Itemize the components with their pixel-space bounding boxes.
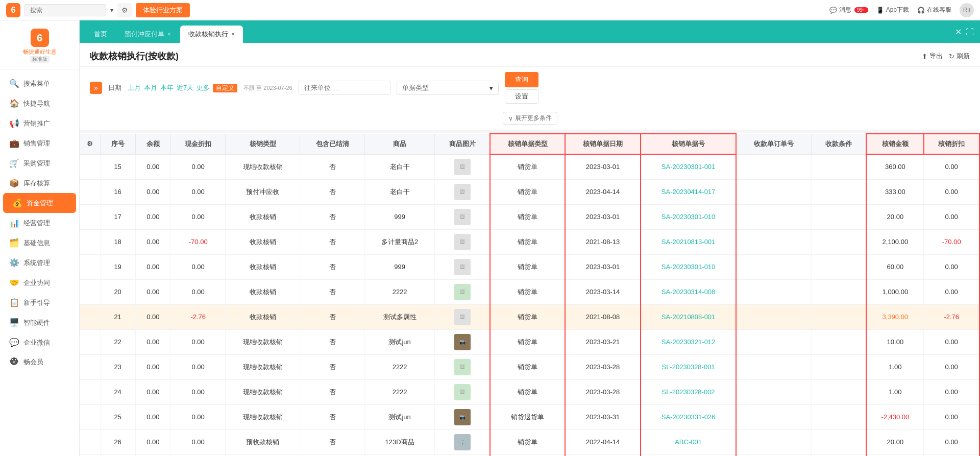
tab-receipt-close-icon[interactable]: ×: [231, 31, 235, 38]
sidebar-item-label: 企业协同: [23, 278, 50, 287]
row-verify-no[interactable]: SA-20210813-001: [641, 229, 737, 254]
inventory-icon: 📦: [9, 178, 19, 188]
th-product-image: 商品图片: [435, 134, 490, 154]
top-bar-dropdown[interactable]: ▾: [110, 7, 113, 14]
sidebar-item-business[interactable]: 📊 经营管理: [0, 213, 79, 233]
expand-more-button[interactable]: ∨ 展开更多条件: [503, 112, 557, 125]
row-verify-no[interactable]: SA-20230314-008: [641, 279, 737, 304]
filter-expand-button[interactable]: »: [90, 82, 102, 94]
sidebar-item-collab[interactable]: 🤝 企业协同: [0, 273, 79, 293]
row-included-settled: 否: [300, 404, 365, 429]
row-balance: 0.00: [135, 204, 170, 229]
date-last-month[interactable]: 上月: [128, 83, 141, 92]
row-verify-no[interactable]: SA-20230331-026: [641, 404, 737, 429]
tab-home[interactable]: 首页: [86, 26, 115, 43]
th-gear[interactable]: ⚙: [80, 134, 100, 154]
row-balance: 0.00: [135, 229, 170, 254]
row-cash-discount: 0.00: [170, 354, 226, 379]
industry-solution-button[interactable]: 体验行业方案: [136, 3, 190, 17]
row-product-image: 🖼: [435, 179, 490, 204]
date-7days[interactable]: 近7天: [177, 83, 193, 92]
row-num: 18: [100, 229, 135, 254]
tab-close-all-icon[interactable]: ✕: [955, 27, 962, 37]
sidebar-item-finance[interactable]: 💰 资金管理: [3, 193, 76, 213]
bill-type-filter-field[interactable]: 单据类型 ▾: [397, 81, 499, 95]
avatar[interactable]: Rit: [960, 3, 974, 17]
table-area[interactable]: ⚙ 序号 余额 现金折扣 核销类型 包含已结清 商品 商品图片 核销单据类型 核…: [80, 133, 980, 456]
sidebar-item-label: 快捷导航: [23, 99, 50, 108]
row-verify-no[interactable]: ABC-001: [641, 429, 737, 454]
tab-expand-icon[interactable]: ⛶: [966, 27, 974, 36]
row-receipt-condition: [811, 229, 866, 254]
row-verify-no[interactable]: SA-20230414-017: [641, 179, 737, 204]
bill-type-dropdown-icon: ▾: [489, 84, 493, 92]
date-custom-btn[interactable]: 自定义: [213, 84, 237, 92]
row-verify-no[interactable]: SA-20230301-001: [641, 154, 737, 179]
sidebar-item-purchase[interactable]: 🛒 采购管理: [0, 153, 79, 173]
date-this-month[interactable]: 本月: [144, 83, 157, 92]
online-service-button[interactable]: 🎧 在线客服: [917, 6, 951, 14]
expand-more-label: 展开更多条件: [515, 114, 552, 123]
row-verify-discount: 0.00: [924, 279, 979, 304]
sidebar: 6 畅捷通好生意 标准版 🔍 搜索菜单 🏠 快捷导航 📢 营销推广 💼 销售管理…: [0, 20, 80, 456]
row-receipt-order-no: [736, 379, 811, 404]
sidebar-item-wechat[interactable]: 💬 企业微信: [0, 332, 79, 352]
sidebar-item-newbie[interactable]: 📋 新手引导: [0, 293, 79, 313]
row-verify-type: 收款核销: [226, 204, 300, 229]
sidebar-item-shortcut[interactable]: 🏠 快捷导航: [0, 93, 79, 113]
finance-icon: 💰: [12, 198, 22, 208]
filter-expand-row: ∨ 展开更多条件: [90, 110, 970, 125]
date-more[interactable]: 更多: [197, 83, 210, 92]
sidebar-item-label: 畅会员: [23, 357, 43, 367]
tab-prepay-close-icon[interactable]: ×: [167, 31, 171, 38]
tab-prepay[interactable]: 预付冲应付单 ×: [116, 26, 179, 43]
export-button[interactable]: ⬆ 导出: [922, 52, 943, 61]
sidebar-item-hardware[interactable]: 🖥️ 智能硬件: [0, 313, 79, 332]
row-verify-no[interactable]: SL-20230328-001: [641, 354, 737, 379]
settings-gear-icon[interactable]: ⚙: [117, 3, 132, 17]
row-verify-no[interactable]: SA-20210808-001: [641, 304, 737, 329]
messages-button[interactable]: 💬 消息 99+: [829, 6, 868, 14]
date-filter-group: 上月 本月 本年 近7天 更多 自定义: [128, 83, 237, 92]
partner-dots: ...: [334, 84, 339, 92]
row-included-settled: 否: [300, 304, 365, 329]
sidebar-item-marketing[interactable]: 📢 营销推广: [0, 113, 79, 133]
row-receipt-order-no: [736, 279, 811, 304]
date-this-year[interactable]: 本年: [160, 83, 174, 92]
query-button[interactable]: 查询: [505, 72, 538, 87]
row-verify-no[interactable]: SA-20230301-010: [641, 204, 737, 229]
tab-receipt-verify[interactable]: 收款核销执行 ×: [180, 26, 243, 43]
message-icon: 💬: [829, 7, 837, 14]
page-header: 收款核销执行(按收款) ⬆ 导出 ↻ 刷新: [80, 43, 980, 67]
row-verify-no[interactable]: SL-20230328-002: [641, 379, 737, 404]
table-row: 150.000.00现结收款核销否老白干🖼销货单2023-03-01SA-202…: [80, 154, 979, 179]
row-receipt-condition: [811, 354, 866, 379]
partner-filter-field[interactable]: 往来单位 ...: [299, 81, 390, 95]
row-receipt-order-no: [736, 354, 811, 379]
row-verify-date: 2023-03-21: [565, 329, 640, 354]
row-verify-amount: 60.00: [866, 254, 924, 279]
row-verify-bill-type: 销货单: [490, 379, 565, 404]
sidebar-item-member[interactable]: 🅥 畅会员: [0, 352, 79, 372]
sidebar-item-system[interactable]: ⚙️ 系统管理: [0, 253, 79, 273]
sidebar-item-search[interactable]: 🔍 搜索菜单: [0, 74, 79, 93]
app-download-button[interactable]: 📱 App下载: [876, 6, 909, 14]
row-verify-no[interactable]: SA-20230321-012: [641, 329, 737, 354]
sidebar-item-sales[interactable]: 💼 销售管理: [0, 133, 79, 153]
row-cash-discount: 0.00: [170, 204, 226, 229]
settings-button[interactable]: 设置: [505, 89, 538, 104]
row-product-image: 📷: [435, 404, 490, 429]
hardware-icon: 🖥️: [9, 318, 19, 327]
row-verify-no[interactable]: SA-20230301-010: [641, 254, 737, 279]
row-product-image: 🖼: [435, 154, 490, 179]
page-body: 收款核销执行(按收款) ⬆ 导出 ↻ 刷新 » 日期 上月: [80, 43, 980, 456]
refresh-button[interactable]: ↻ 刷新: [949, 52, 970, 61]
row-product-image: 🖼: [435, 204, 490, 229]
row-receipt-condition: [811, 404, 866, 429]
row-num: 17: [100, 204, 135, 229]
row-verify-discount: 0.00: [924, 204, 979, 229]
row-cash-discount: -2.76: [170, 304, 226, 329]
sidebar-item-inventory[interactable]: 📦 库存核算: [0, 173, 79, 193]
search-input[interactable]: [24, 4, 106, 16]
sidebar-item-basic[interactable]: 🗂️ 基础信息: [0, 233, 79, 253]
